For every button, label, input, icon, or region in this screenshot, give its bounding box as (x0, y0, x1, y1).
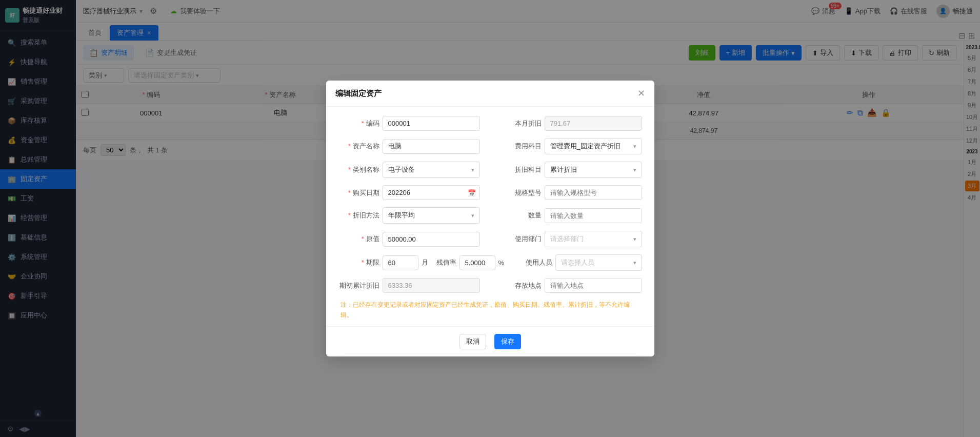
location-label: 存放地点 (501, 281, 542, 290)
expense-subject-select[interactable]: 管理费用_固定资产折旧 ▾ (545, 138, 642, 154)
dep-method-arrow-icon: ▾ (471, 212, 474, 219)
expense-subject-label: 费用科目 (501, 142, 542, 151)
initial-dep-label: 期初累计折旧 (338, 281, 379, 290)
asset-name-input[interactable] (383, 139, 480, 154)
monthly-dep-input (545, 116, 642, 131)
period-unit: 月 (422, 258, 428, 267)
asset-name-label: 资产名称 (338, 142, 379, 151)
quantity-label: 数量 (501, 211, 542, 220)
department-select[interactable]: 请选择部门 ▾ (545, 231, 642, 247)
modal-title: 编辑固定资产 (335, 89, 382, 98)
dep-subject-label: 折旧科目 (501, 165, 542, 174)
original-value-input[interactable] (383, 232, 480, 247)
residual-rate-label: 残值率 (436, 258, 456, 267)
period-label: 期限 (338, 258, 379, 267)
period-input[interactable] (383, 255, 418, 270)
form-row-5: 折旧方法 年限平均 ▾ 数量 (338, 207, 642, 224)
form-row-4: 购买日期 📅 规格型号 (338, 185, 642, 200)
initial-dep-input (383, 278, 480, 293)
form-col-user: 使用人员 请选择人员 ▾ (511, 254, 642, 271)
form-col-dep-subject: 折旧科目 累计折旧 ▾ (501, 162, 642, 178)
form-col-expense-subject: 费用科目 管理费用_固定资产折旧 ▾ (501, 138, 642, 154)
code-label: 编码 (338, 119, 379, 128)
user-label: 使用人员 (511, 258, 552, 267)
calendar-icon: 📅 (468, 189, 476, 196)
period-inline: 月 残值率 % (383, 255, 491, 270)
department-placeholder: 请选择部门 (550, 234, 584, 244)
category-select[interactable]: 电子设备 ▾ (383, 162, 480, 178)
user-select[interactable]: 请选择人员 ▾ (555, 254, 642, 271)
original-value-label: 原值 (338, 234, 379, 244)
modal-overlay: 编辑固定资产 ✕ 编码 本月折旧 资产名称 (0, 0, 980, 437)
residual-rate-unit: % (498, 259, 505, 267)
form-col-spec: 规格型号 (501, 185, 642, 200)
monthly-dep-label: 本月折旧 (501, 119, 542, 128)
form-row-6: 原值 使用部门 请选择部门 ▾ (338, 231, 642, 247)
modal-note: 注：已经存在变更记录或者对应固定资产已经生成凭证，原值、购买日期、残值率、累计折… (338, 300, 642, 320)
modal-footer: 取消 保存 (326, 326, 654, 356)
form-col-monthly-dep: 本月折旧 (501, 116, 642, 131)
form-col-location: 存放地点 (501, 278, 642, 293)
expense-subject-value: 管理费用_固定资产折旧 (550, 142, 621, 151)
spec-input[interactable] (545, 185, 642, 200)
modal-header: 编辑固定资产 ✕ (326, 81, 654, 107)
category-value: 电子设备 (388, 165, 415, 174)
form-col-department: 使用部门 请选择部门 ▾ (501, 231, 642, 247)
edit-modal: 编辑固定资产 ✕ 编码 本月折旧 资产名称 (326, 81, 654, 356)
form-col-period: 期限 月 残值率 % (338, 255, 491, 270)
user-arrow-icon: ▾ (633, 260, 636, 266)
cancel-label: 取消 (466, 337, 479, 346)
dep-method-label: 折旧方法 (338, 211, 379, 220)
dep-method-value: 年限平均 (388, 211, 415, 220)
code-input[interactable] (383, 116, 480, 131)
dep-subject-select[interactable]: 累计折旧 ▾ (545, 162, 642, 178)
modal-close-icon[interactable]: ✕ (637, 88, 645, 99)
department-arrow-icon: ▾ (633, 236, 636, 243)
form-col-original-value: 原值 (338, 232, 480, 247)
department-label: 使用部门 (501, 234, 542, 244)
purchase-date-label: 购买日期 (338, 188, 379, 197)
spec-label: 规格型号 (501, 188, 542, 197)
expense-subject-arrow-icon: ▾ (633, 143, 636, 150)
cancel-button[interactable]: 取消 (459, 334, 486, 349)
form-col-asset-name: 资产名称 (338, 139, 480, 154)
user-placeholder: 请选择人员 (561, 258, 594, 267)
form-row-7: 期限 月 残值率 % 使用人员 请选择人员 ▾ (338, 254, 642, 271)
save-label: 保存 (501, 337, 514, 346)
modal-body: 编码 本月折旧 资产名称 费用科目 管理费 (326, 107, 654, 326)
category-label: 类别名称 (338, 165, 379, 174)
dep-method-select[interactable]: 年限平均 ▾ (383, 207, 480, 224)
form-col-purchase-date: 购买日期 📅 (338, 185, 480, 200)
form-col-initial-dep: 期初累计折旧 (338, 278, 480, 293)
save-button[interactable]: 保存 (494, 334, 521, 349)
form-row-1: 编码 本月折旧 (338, 116, 642, 131)
location-input[interactable] (545, 278, 642, 293)
form-col-dep-method: 折旧方法 年限平均 ▾ (338, 207, 480, 224)
dep-subject-arrow-icon: ▾ (633, 167, 636, 173)
purchase-date-wrapper: 📅 (383, 185, 480, 200)
category-arrow-icon: ▾ (471, 167, 474, 173)
quantity-input[interactable] (545, 208, 642, 223)
purchase-date-input[interactable] (383, 185, 480, 200)
form-col-code: 编码 (338, 116, 480, 131)
form-row-3: 类别名称 电子设备 ▾ 折旧科目 累计折旧 ▾ (338, 162, 642, 178)
form-col-quantity: 数量 (501, 208, 642, 223)
form-row-8: 期初累计折旧 存放地点 (338, 278, 642, 293)
dep-subject-value: 累计折旧 (550, 165, 577, 174)
form-col-category: 类别名称 电子设备 ▾ (338, 162, 480, 178)
form-row-2: 资产名称 费用科目 管理费用_固定资产折旧 ▾ (338, 138, 642, 154)
residual-rate-input[interactable] (459, 255, 495, 270)
